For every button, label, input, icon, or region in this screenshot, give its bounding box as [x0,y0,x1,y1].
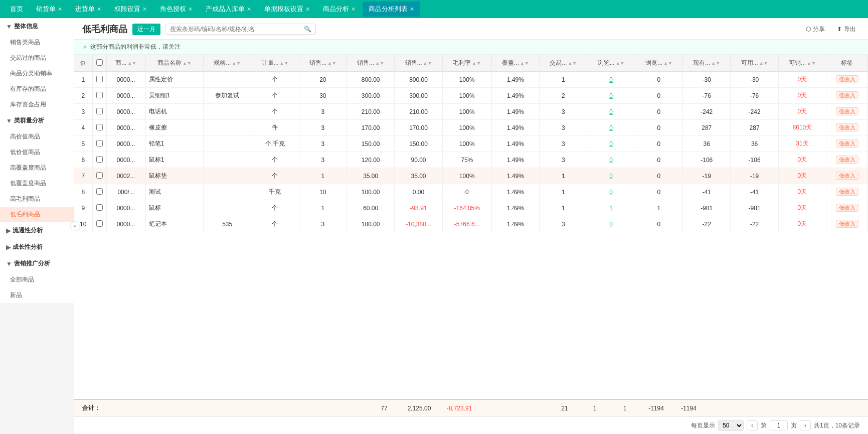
cell-view1[interactable]: 0 [587,152,635,168]
th-view2[interactable]: 浏览...▲▼ [635,55,682,72]
tag-badge: 低收入 [836,172,858,180]
nav-product-analysis-list[interactable]: 商品分析列表✕ [363,2,420,17]
cell-tag: 低收入 [826,72,868,88]
prev-page-button[interactable]: ‹ [747,420,758,430]
sidebar-item-traded-goods[interactable]: 交易过的商品 [0,50,74,66]
sidebar-group-cluster[interactable]: ▼ 类群量分析 [0,112,74,129]
nav-product-analysis-close[interactable]: ✕ [351,6,356,12]
row-checkbox[interactable] [96,188,103,195]
th-view1[interactable]: 浏览...▲▼ [587,55,635,72]
nav-home[interactable]: 首页 [4,2,29,17]
row-checkbox[interactable] [96,124,103,130]
nav-role-auth-close[interactable]: ✕ [188,6,193,12]
th-sales-profit[interactable]: 销售...▲▼ [395,55,442,72]
th-trade[interactable]: 交易...▲▼ [540,55,587,72]
th-code[interactable]: 商...▲▼ [106,55,145,72]
nav-sales-order-close[interactable]: ✕ [58,6,62,12]
row-checkbox[interactable] [96,108,103,114]
cell-sales-price: 100.00 [346,184,394,200]
sidebar-item-low-margin[interactable]: 低毛利商品 [0,207,74,222]
sidebar-item-category-rate[interactable]: 商品分类助销率 [0,66,74,81]
cell-name[interactable]: 属性定价 [145,72,203,88]
row-checkbox[interactable] [96,140,103,147]
cell-name[interactable]: 铅笔1 [145,136,203,152]
sidebar-group-overall[interactable]: ▼ 整体信息 [0,18,74,35]
cell-view1[interactable]: 0 [587,136,635,152]
page-number-input[interactable] [770,420,788,430]
next-page-button[interactable]: › [800,420,811,430]
sidebar-item-low-coverage[interactable]: 低覆盖度商品 [0,176,74,191]
th-gross-rate[interactable]: 毛利率▲▼ [442,55,491,72]
nav-template-setting[interactable]: 单据模板设置✕ [258,2,316,17]
cell-view1[interactable]: 1 [587,200,635,216]
cell-name[interactable]: 测试 [145,184,203,200]
sort-icon-6: ▲▼ [375,61,384,66]
select-all-checkbox[interactable] [96,59,103,66]
sidebar-collapse-button[interactable]: « [70,221,80,231]
row-checkbox[interactable] [96,204,103,211]
export-button[interactable]: ⬆ 导出 [833,24,860,35]
cell-name[interactable]: 笔记本 [145,216,203,232]
cell-unit: 个 [251,72,299,88]
th-coverage[interactable]: 覆盖...▲▼ [491,55,539,72]
row-checkbox[interactable] [96,156,103,163]
page-size-select[interactable]: 50 10 20 100 [718,420,744,431]
nav-product-analysis-list-close[interactable]: ✕ [410,6,414,12]
sidebar-item-high-margin[interactable]: 高毛利商品 [0,191,74,207]
nav-product-inbound-close[interactable]: ✕ [247,6,251,12]
sidebar-group-marketing[interactable]: ▼ 营销推广分析 [0,255,74,272]
th-current[interactable]: 现有...▲▼ [683,55,731,72]
th-sales-qty[interactable]: 销售...▲▼ [299,55,346,72]
row-checkbox[interactable] [96,172,103,179]
cell-name[interactable]: 电话机 [145,104,203,120]
th-settings[interactable]: ⚙ [74,55,92,72]
th-available[interactable]: 可用...▲▼ [731,55,778,72]
cell-sales-qty: 3 [299,216,346,232]
cell-name[interactable]: 吴细细1 [145,88,203,104]
sidebar-item-sales-goods[interactable]: 销售类商品 [0,35,74,50]
sidebar-item-high-value[interactable]: 高价值商品 [0,129,74,144]
cell-view1[interactable]: 0 [587,104,635,120]
cell-tag: 低收入 [826,88,868,104]
cell-view1[interactable]: 0 [587,184,635,200]
nav-product-inbound[interactable]: 产成品入库单✕ [200,2,257,17]
cell-name[interactable]: 鼠标垫 [145,168,203,184]
cell-view1[interactable]: 0 [587,168,635,184]
nav-permission-close[interactable]: ✕ [142,6,147,12]
sidebar-group-circulation[interactable]: ▶ 流通性分析 [0,222,74,239]
cell-view1[interactable]: 0 [587,120,635,136]
row-checkbox[interactable] [96,220,103,227]
sidebar-group-growth[interactable]: ▶ 成长性分析 [0,239,74,255]
sidebar-item-all-goods[interactable]: 全部商品 [0,272,74,287]
sidebar-item-new-goods[interactable]: 新品 [0,287,74,303]
nav-template-close[interactable]: ✕ [305,6,310,12]
cell-name[interactable]: 鼠标 [145,200,203,216]
th-name[interactable]: 商品名称▲▼ [145,55,203,72]
th-spec[interactable]: 规格...▲▼ [204,55,251,72]
row-checkbox[interactable] [96,92,103,98]
settings-icon[interactable]: ⚙ [80,59,86,67]
cell-view1[interactable]: 0 [587,72,635,88]
cell-view1[interactable]: 0 [587,216,635,232]
nav-role-auth[interactable]: 角色授权✕ [154,2,199,17]
sidebar-item-high-coverage[interactable]: 高覆盖度商品 [0,160,74,176]
nav-purchase-order-close[interactable]: ✕ [97,6,101,12]
row-checkbox[interactable] [96,76,103,82]
th-sales-price[interactable]: 销售...▲▼ [346,55,394,72]
nav-product-analysis[interactable]: 商品分析✕ [317,2,362,17]
share-button[interactable]: ⬡ 分享 [802,24,829,35]
nav-purchase-order[interactable]: 进货单✕ [69,2,107,17]
cell-name[interactable]: 橡皮擦 [145,120,203,136]
sidebar-item-low-value[interactable]: 低价值商品 [0,144,74,160]
nav-sales-order[interactable]: 销货单✕ [30,2,68,17]
th-unit[interactable]: 计量...▲▼ [251,55,299,72]
sidebar-item-stock-fund[interactable]: 库存资金占用 [0,97,74,112]
nav-permission-setting[interactable]: 权限设置✕ [108,2,153,17]
cell-name[interactable]: 鼠标1 [145,152,203,168]
th-saleable[interactable]: 可销...▲▼ [778,55,826,72]
cell-spec: 参加复试 [204,88,251,104]
period-button[interactable]: 近一月 [132,24,160,35]
search-input[interactable] [170,26,302,33]
cell-view1[interactable]: 0 [587,88,635,104]
sidebar-item-in-stock[interactable]: 有库存的商品 [0,81,74,97]
